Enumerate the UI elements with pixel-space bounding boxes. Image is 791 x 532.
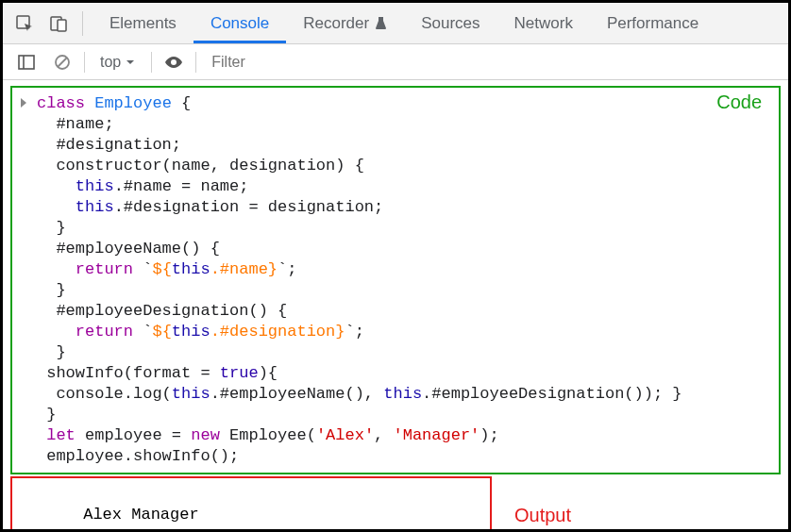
toolbar-divider — [84, 52, 85, 73]
chevron-down-icon — [125, 57, 136, 68]
code-line: } — [37, 280, 773, 301]
devtools-tabs-bar: Elements Console Recorder Sources Networ… — [3, 3, 788, 44]
eye-icon[interactable] — [160, 49, 188, 75]
expand-chevron-icon[interactable] — [18, 94, 29, 115]
tab-network[interactable]: Network — [497, 3, 590, 43]
code-line: } — [37, 218, 773, 239]
code-line: return `${this.#name}`; — [37, 259, 773, 280]
sidebar-toggle-icon[interactable] — [12, 49, 41, 75]
code-line: #employeeDesignation() { — [37, 301, 773, 322]
code-input-block: Code class Employee { #name; #designatio… — [10, 86, 781, 474]
svg-rect-2 — [58, 20, 66, 31]
code-line: #employeeName() { — [37, 239, 773, 259]
tab-sources[interactable]: Sources — [404, 3, 496, 43]
context-label: top — [100, 54, 121, 71]
tab-divider — [82, 11, 83, 36]
code-annotation-label: Code — [716, 91, 762, 112]
tab-recorder-label: Recorder — [303, 14, 369, 33]
flask-icon — [375, 16, 387, 30]
code-line: return `${this.#designation}`; — [37, 322, 773, 342]
select-element-icon[interactable] — [10, 9, 39, 38]
code-line: #name; — [37, 114, 773, 135]
svg-line-6 — [58, 58, 67, 67]
code-line: let employee = new Employee('Alex', 'Man… — [37, 425, 773, 446]
code-line: } — [37, 342, 773, 363]
code-line: #designation; — [37, 135, 773, 156]
svg-rect-3 — [19, 56, 34, 69]
tab-recorder[interactable]: Recorder — [286, 3, 404, 43]
code-line: showInfo(format = true){ — [37, 363, 773, 384]
code-line: } — [37, 405, 773, 425]
code-line: constructor(name, designation) { — [37, 156, 773, 176]
context-selector[interactable]: top — [93, 54, 143, 71]
output-annotation-label: Output — [514, 505, 571, 525]
console-output-text: Alex Manager — [83, 506, 198, 524]
toolbar-divider — [151, 52, 152, 73]
code-line: console.log(this.#employeeName(), this.#… — [37, 384, 773, 405]
console-output-block: Alex Manager — [10, 476, 492, 529]
tab-elements[interactable]: Elements — [93, 3, 194, 43]
tab-console[interactable]: Console — [194, 3, 286, 43]
clear-console-icon[interactable] — [48, 49, 76, 75]
console-toolbar: top — [3, 44, 788, 80]
code-line: this.#designation = designation; — [37, 197, 773, 218]
filter-input[interactable] — [204, 50, 779, 75]
code-line: class Employee { — [37, 93, 773, 114]
code-line: this.#name = name; — [37, 176, 773, 197]
code-line: employee.showInfo(); — [37, 446, 773, 467]
toolbar-divider — [195, 52, 196, 73]
tab-performance[interactable]: Performance — [590, 3, 715, 43]
console-body: Code class Employee { #name; #designatio… — [3, 80, 788, 529]
output-row: Alex Manager Output — [10, 476, 781, 529]
device-toggle-icon[interactable] — [44, 9, 73, 38]
